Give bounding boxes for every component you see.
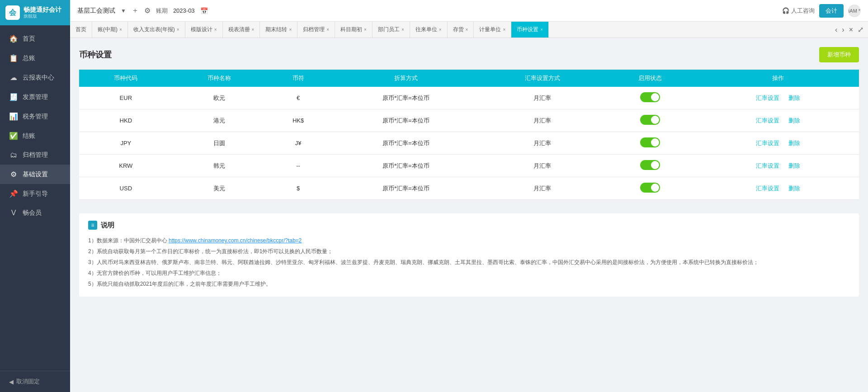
- note-item: 2）系统自动获取每月第一个工作日的汇率标价，统一为直接标价法，即1外币可以兑换的…: [88, 246, 850, 257]
- invoice-icon: 🧾: [9, 93, 18, 101]
- sidebar-item-invoice[interactable]: 🧾 发票管理: [0, 87, 70, 107]
- logo-icon: 会: [5, 5, 20, 20]
- tab-inventory[interactable]: 存货 ×: [448, 22, 474, 38]
- notes-icon: ≡: [88, 221, 97, 230]
- arrow-left-icon: ◀: [9, 378, 14, 385]
- tab-dept[interactable]: 部门员工 ×: [373, 22, 410, 38]
- delete-link-USD[interactable]: 删除: [788, 185, 800, 192]
- customer-service-btn[interactable]: 🎧 人工咨询: [782, 7, 815, 15]
- tab-archive[interactable]: 归档管理 ×: [297, 22, 335, 38]
- delete-link-KRW[interactable]: 删除: [788, 162, 800, 169]
- settings-icon[interactable]: ⚙: [144, 6, 151, 15]
- cell-status: [604, 109, 697, 132]
- avatar[interactable]: iAM *: [848, 5, 861, 17]
- rate-setting-link-KRW[interactable]: 汇率设置: [756, 162, 779, 169]
- sidebar-item-home[interactable]: 🏠 首页: [0, 29, 70, 48]
- cell-name: 港元: [173, 109, 266, 132]
- sidebar-label-home: 首页: [23, 35, 35, 43]
- tab-home[interactable]: 首页: [70, 22, 92, 38]
- rate-setting-link-HKD[interactable]: 汇率设置: [756, 117, 779, 124]
- tab-subject[interactable]: 科目期初 ×: [335, 22, 373, 38]
- tab-income-close[interactable]: ×: [177, 27, 179, 32]
- notes-link[interactable]: https://www.chinamoney.com.cn/chinese/bk…: [169, 237, 302, 244]
- add-company-icon[interactable]: ＋: [132, 6, 139, 15]
- tab-currency[interactable]: 币种设置 ×: [511, 22, 549, 38]
- tab-unit[interactable]: 计量单位 ×: [474, 22, 511, 38]
- logo-area: 会 畅捷通好会计 旗舰版: [0, 0, 70, 25]
- tab-template[interactable]: 模版设计 ×: [185, 22, 223, 38]
- tab-dept-label: 部门员工: [378, 26, 400, 33]
- calendar-icon[interactable]: 📅: [200, 7, 208, 14]
- tab-expand-icon[interactable]: ⤢: [857, 24, 864, 35]
- sidebar-item-settle[interactable]: ✅ 结账: [0, 126, 70, 146]
- ledger-icon: 📋: [9, 54, 18, 62]
- sidebar-label-invoice: 发票管理: [23, 93, 48, 101]
- new-currency-button[interactable]: 新增币种: [819, 47, 859, 62]
- page-title: 币种设置: [79, 49, 112, 60]
- tab-tax-close[interactable]: ×: [252, 27, 255, 32]
- tab-subject-close[interactable]: ×: [364, 27, 367, 32]
- tab-period-end[interactable]: 期末结转 ×: [260, 22, 297, 38]
- tab-tax-label: 税表清册: [228, 26, 250, 33]
- toggle-USD[interactable]: [640, 183, 660, 193]
- tab-next-icon[interactable]: ›: [841, 25, 845, 35]
- logo-text-area: 畅捷通好会计 旗舰版: [24, 6, 61, 20]
- sidebar-nav: 🏠 首页 📋 总账 ☁ 云报表中心 🧾 发票管理 📊 税务管理 ✅ 结账 🗂 归…: [0, 25, 70, 371]
- tab-income[interactable]: 收入支出表(年报) ×: [128, 22, 185, 38]
- tab-inventory-label: 存货: [453, 26, 464, 33]
- sidebar-item-member[interactable]: V 畅会员: [0, 203, 70, 222]
- pin-toggle[interactable]: ◀ 取消固定: [0, 371, 70, 392]
- accounting-button[interactable]: 会计: [819, 4, 844, 18]
- tab-unit-close[interactable]: ×: [503, 27, 505, 32]
- tab-dept-close[interactable]: ×: [401, 27, 404, 32]
- delete-link-JPY[interactable]: 删除: [788, 140, 800, 146]
- cell-rate-type: 月汇率: [481, 87, 604, 109]
- cell-symbol: $: [266, 177, 330, 200]
- company-dropdown-icon[interactable]: ▼: [121, 8, 126, 14]
- delete-link-HKD[interactable]: 删除: [788, 117, 800, 124]
- sidebar-item-basic[interactable]: ⚙ 基础设置: [0, 165, 70, 184]
- currency-table: 币种代码 币种名称 币符 折算方式 汇率设置方式 启用状态 操作 EUR 欧元 …: [79, 70, 859, 200]
- tab-period-end-close[interactable]: ×: [289, 27, 292, 32]
- tab-customer-close[interactable]: ×: [439, 27, 442, 32]
- tab-customer[interactable]: 往来单位 ×: [410, 22, 448, 38]
- rate-setting-link-JPY[interactable]: 汇率设置: [756, 140, 779, 146]
- tab-template-label: 模版设计: [191, 26, 212, 33]
- cell-symbol: --: [266, 155, 330, 177]
- tab-tax[interactable]: 税表清册 ×: [223, 22, 260, 38]
- rate-setting-link-EUR[interactable]: 汇率设置: [756, 94, 779, 101]
- tab-prev-icon[interactable]: ‹: [834, 25, 838, 35]
- tab-home-label: 首页: [75, 26, 86, 33]
- sidebar-item-tax[interactable]: 📊 税务管理: [0, 107, 70, 126]
- tab-inventory-close[interactable]: ×: [466, 27, 468, 32]
- rate-setting-link-USD[interactable]: 汇率设置: [756, 185, 779, 192]
- sidebar-item-ledger[interactable]: 📋 总账: [0, 48, 70, 68]
- sidebar-item-guide[interactable]: 📌 新手引导: [0, 184, 70, 203]
- tab-template-close[interactable]: ×: [214, 27, 217, 32]
- cell-name: 欧元: [173, 87, 266, 109]
- toggle-KRW[interactable]: [640, 160, 660, 170]
- col-symbol: 币符: [266, 70, 330, 87]
- tab-period[interactable]: 账(中期) ×: [92, 22, 128, 38]
- tab-period-close[interactable]: ×: [119, 27, 122, 32]
- member-icon: V: [9, 209, 18, 217]
- table-body: EUR 欧元 € 原币*汇率=本位币 月汇率 汇率设置 删除 HKD 港元 HK…: [79, 87, 859, 200]
- sidebar-item-reports[interactable]: ☁ 云报表中心: [0, 68, 70, 87]
- sidebar-item-archive[interactable]: 🗂 归档管理: [0, 146, 70, 165]
- headphone-icon: 🎧: [782, 7, 789, 14]
- col-status: 启用状态: [604, 70, 697, 87]
- toggle-JPY[interactable]: [640, 137, 660, 147]
- note-item: 4）无官方牌价的币种，可以用用户手工维护汇率信息；: [88, 268, 850, 279]
- delete-link-EUR[interactable]: 删除: [788, 94, 800, 101]
- table-row: EUR 欧元 € 原币*汇率=本位币 月汇率 汇率设置 删除: [79, 87, 859, 109]
- toggle-EUR[interactable]: [640, 92, 660, 102]
- period-label: 账期: [156, 7, 168, 15]
- tab-archive-close[interactable]: ×: [326, 27, 329, 32]
- toggle-HKD[interactable]: [640, 115, 660, 125]
- company-name: 基层工会测试: [77, 7, 115, 15]
- notes-title: 说明: [101, 221, 114, 230]
- tab-customer-label: 往来单位: [415, 26, 437, 33]
- cell-symbol: €: [266, 87, 330, 109]
- tab-currency-close[interactable]: ×: [540, 27, 543, 32]
- tab-close-all-icon[interactable]: ×: [848, 25, 854, 35]
